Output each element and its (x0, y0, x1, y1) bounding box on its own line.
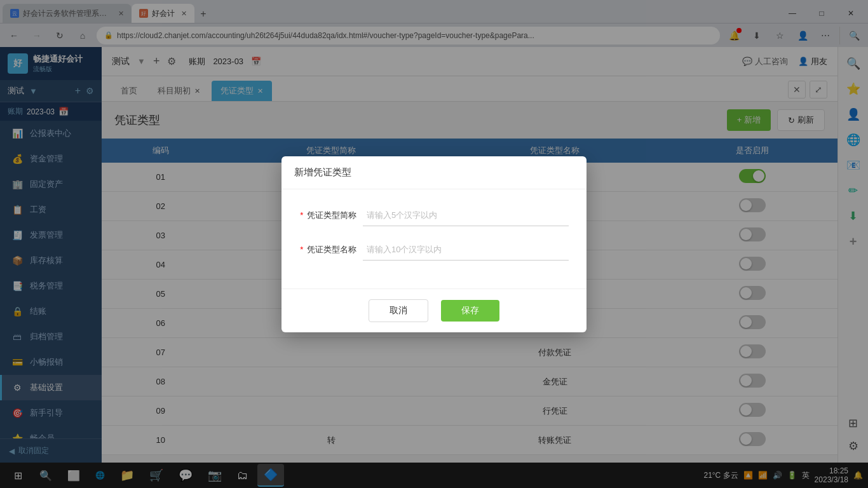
add-voucher-type-dialog: 新增凭证类型 * 凭证类型简称 * 凭证类型名称 取消 保存 (281, 156, 587, 332)
input-name[interactable] (363, 239, 569, 261)
label-name-text: 凭证类型名称 (307, 245, 356, 254)
form-label-name: * 凭证类型名称 (299, 244, 363, 255)
dialog-title: 新增凭证类型 (281, 156, 587, 189)
label-abbr-text: 凭证类型简称 (307, 210, 356, 220)
form-row-name: * 凭证类型名称 (299, 239, 569, 261)
dialog-footer: 取消 保存 (281, 288, 587, 332)
form-row-abbr: * 凭证类型简称 (299, 205, 569, 226)
form-label-abbr: * 凭证类型简称 (299, 210, 363, 221)
dialog-body: * 凭证类型简称 * 凭证类型名称 (281, 189, 587, 288)
save-button[interactable]: 保存 (441, 300, 499, 322)
required-mark-name: * (300, 245, 303, 254)
required-mark-abbr: * (300, 210, 303, 220)
cancel-button[interactable]: 取消 (369, 299, 428, 322)
input-abbr[interactable] (363, 205, 569, 226)
dialog-overlay: 新增凭证类型 * 凭证类型简称 * 凭证类型名称 取消 保存 (0, 0, 868, 488)
